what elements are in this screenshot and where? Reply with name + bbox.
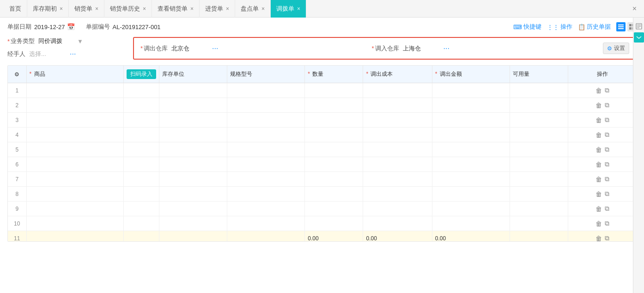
cell-qty[interactable] — [227, 216, 305, 231]
cell-product[interactable] — [26, 201, 123, 216]
cell-unit[interactable] — [123, 113, 159, 128]
tab-purchase-order-close[interactable]: × — [226, 6, 229, 12]
business-type-select[interactable]: 同价调拨 ▼ — [38, 37, 83, 45]
tab-inventory-init[interactable]: 库存期初 × — [27, 0, 69, 18]
tab-inventory-check-close[interactable]: × — [261, 6, 265, 12]
cell-available[interactable] — [432, 83, 510, 98]
row-delete-icon[interactable]: 🗑 — [595, 102, 602, 109]
tab-transfer-order[interactable]: 调拨单 × — [271, 0, 306, 18]
cell-qty[interactable] — [227, 201, 305, 216]
cell-qty[interactable] — [227, 128, 305, 142]
cell-product[interactable] — [26, 157, 123, 172]
cell-unit[interactable] — [123, 83, 159, 98]
cell-product[interactable] — [26, 128, 123, 142]
cell-qty[interactable] — [227, 98, 305, 113]
window-close-button[interactable]: × — [629, 5, 640, 13]
row-delete-icon[interactable]: 🗑 — [595, 131, 602, 139]
cell-spec[interactable] — [159, 216, 227, 231]
cell-unit[interactable] — [123, 128, 159, 142]
cell-unit[interactable] — [123, 142, 159, 157]
cell-spec[interactable] — [159, 201, 227, 216]
tab-inventory-check[interactable]: 盘点单 × — [235, 0, 271, 18]
cell-unit[interactable] — [123, 216, 159, 231]
cell-unit[interactable] — [123, 187, 159, 201]
sidebar-expand-icon[interactable] — [634, 32, 644, 43]
cell-cost[interactable] — [305, 187, 363, 201]
row-copy-icon[interactable]: ⧉ — [605, 86, 609, 94]
cell-amount[interactable] — [363, 172, 432, 187]
cell-spec[interactable] — [159, 187, 227, 201]
row-copy-icon[interactable]: ⧉ — [605, 116, 609, 124]
cell-qty[interactable] — [227, 172, 305, 187]
cell-available[interactable] — [432, 113, 510, 128]
cell-amount[interactable] — [363, 128, 432, 142]
cell-spec[interactable] — [159, 172, 227, 187]
cell-available[interactable] — [432, 128, 510, 142]
cell-amount[interactable] — [363, 98, 432, 113]
cell-amount[interactable] — [363, 83, 432, 98]
business-type-dropdown-arrow[interactable]: ▼ — [77, 38, 83, 45]
cell-spec[interactable] — [159, 83, 227, 98]
tab-transfer-order-close[interactable]: × — [297, 6, 300, 12]
cell-product[interactable] — [26, 187, 123, 201]
cell-qty[interactable] — [227, 142, 305, 157]
tab-sales-order[interactable]: 销货单 × — [69, 0, 104, 18]
row-copy-icon[interactable]: ⧉ — [605, 146, 609, 153]
row-delete-icon[interactable]: 🗑 — [595, 220, 602, 227]
cell-product[interactable] — [26, 216, 123, 231]
subtotal-delete-icon[interactable]: 🗑 — [595, 235, 602, 242]
cell-cost[interactable] — [305, 172, 363, 187]
row-copy-icon[interactable]: ⧉ — [605, 220, 609, 227]
cell-cost[interactable] — [305, 216, 363, 231]
handler-value[interactable]: 选择... — [29, 50, 66, 58]
table-scroll-area[interactable]: ⚙ * 商品 扫码录入 库存单位 规格型号 — [8, 66, 636, 241]
cell-amount[interactable] — [363, 157, 432, 172]
row-delete-icon[interactable]: 🗑 — [595, 205, 602, 213]
cell-available[interactable] — [432, 187, 510, 201]
tab-home[interactable]: 首页 — [4, 0, 27, 18]
tab-inventory-init-close[interactable]: × — [60, 6, 63, 12]
cell-qty[interactable] — [227, 113, 305, 128]
tab-view-sales-close[interactable]: × — [190, 6, 194, 12]
cell-spec[interactable] — [159, 142, 227, 157]
tab-sales-history-close[interactable]: × — [143, 6, 146, 12]
shortcuts-button[interactable]: ⌨ 快捷键 — [513, 23, 541, 31]
cell-cost[interactable] — [305, 157, 363, 172]
transfer-out-dots-button[interactable]: ··· — [212, 44, 218, 53]
transfer-in-dots-button[interactable]: ··· — [444, 44, 450, 53]
scan-button[interactable]: 扫码录入 — [127, 69, 156, 79]
cell-unit[interactable] — [123, 172, 159, 187]
row-delete-icon[interactable]: 🗑 — [595, 176, 602, 183]
row-copy-icon[interactable]: ⧉ — [605, 160, 609, 168]
cell-available[interactable] — [432, 201, 510, 216]
row-delete-icon[interactable]: 🗑 — [595, 116, 602, 124]
cell-amount[interactable] — [363, 201, 432, 216]
row-copy-icon[interactable]: ⧉ — [605, 175, 609, 183]
cell-product[interactable] — [26, 172, 123, 187]
handler-dots-button[interactable]: ··· — [70, 50, 76, 58]
cell-qty[interactable] — [227, 187, 305, 201]
cell-qty[interactable] — [227, 157, 305, 172]
transfer-in-value[interactable]: 上海仓 — [403, 44, 440, 53]
row-delete-icon[interactable]: 🗑 — [595, 161, 602, 168]
cell-product[interactable] — [26, 98, 123, 113]
cell-amount[interactable] — [363, 216, 432, 231]
sidebar-note-icon[interactable] — [634, 21, 644, 31]
cell-unit[interactable] — [123, 157, 159, 172]
cell-qty[interactable] — [227, 83, 305, 98]
cell-cost[interactable] — [305, 142, 363, 157]
cell-spec[interactable] — [159, 128, 227, 142]
th-gear[interactable]: ⚙ — [8, 66, 26, 83]
row-delete-icon[interactable]: 🗑 — [595, 190, 602, 198]
cell-spec[interactable] — [159, 98, 227, 113]
cell-available[interactable] — [432, 172, 510, 187]
tab-sales-order-close[interactable]: × — [95, 6, 98, 12]
cell-product[interactable] — [26, 113, 123, 128]
row-copy-icon[interactable]: ⧉ — [605, 131, 609, 139]
transfer-out-value[interactable]: 北京仓 — [171, 44, 208, 53]
tab-sales-history[interactable]: 销货单历史 × — [104, 0, 152, 18]
row-copy-icon[interactable]: ⧉ — [605, 205, 609, 213]
cell-cost[interactable] — [305, 201, 363, 216]
subtotal-copy-icon[interactable]: ⧉ — [605, 234, 609, 241]
cell-available[interactable] — [432, 216, 510, 231]
